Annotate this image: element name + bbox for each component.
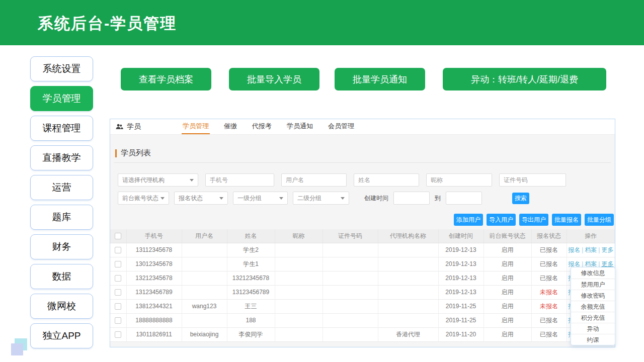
table-head: 手机号用户名姓名昵称证件号码代理机构名称创建时间前台账号状态报名状态操作 — [110, 229, 615, 243]
row-action-signup[interactable]: 报名 — [568, 260, 580, 267]
name-filter-input[interactable] — [354, 173, 419, 187]
row-action-archive[interactable]: 档案 — [585, 246, 597, 253]
tab[interactable]: 会员管理 — [327, 119, 355, 134]
table-row: 13012345678学生12019-12-13启用已报名报名|档案|更多 — [110, 257, 615, 271]
menu-item[interactable]: 修改密码 — [571, 290, 615, 301]
cell-phone: 13012345678 — [126, 257, 182, 271]
column-header: 前台账号状态 — [484, 229, 531, 243]
menu-item[interactable]: 余额充值 — [571, 301, 615, 312]
group2-select[interactable]: 二级分组 — [293, 192, 349, 205]
cell-created: 2019-12-13 — [438, 257, 484, 271]
agency-select[interactable]: 请选择代理机构 — [118, 173, 198, 187]
batch-button[interactable]: 导入用户 — [487, 214, 516, 226]
chevron-down-icon — [190, 179, 194, 182]
batch-buttons: 添加用户导入用户导出用户批量报名批量分组 — [110, 214, 615, 226]
cell-account_status: 启用 — [484, 299, 531, 313]
cell-created: 2019-11-25 — [438, 299, 484, 313]
menu-item[interactable]: 积分充值 — [571, 312, 615, 323]
row-checkbox[interactable] — [115, 261, 121, 267]
username-filter-input[interactable] — [281, 173, 347, 187]
checkbox-cell — [110, 327, 126, 341]
chevron-down-icon — [160, 197, 165, 200]
checkbox-cell — [110, 313, 126, 327]
cell-nickname — [275, 313, 323, 327]
select-all-checkbox[interactable] — [115, 233, 121, 239]
table-row: 13812344321wang123王三2019-11-25启用未报名报名|档案… — [110, 299, 615, 313]
batch-button[interactable]: 批量分组 — [585, 214, 614, 226]
sidebar-item[interactable]: 独立APP — [30, 323, 93, 348]
quick-action-button[interactable]: 查看学员档案 — [121, 68, 211, 90]
students-icon — [116, 124, 123, 130]
created-to-input[interactable] — [446, 192, 482, 205]
group1-select[interactable]: 一级分组 — [233, 192, 288, 205]
sidebar-item[interactable]: 运营 — [30, 175, 93, 200]
cell-id_number — [323, 257, 378, 271]
cell-agency — [378, 271, 438, 285]
row-checkbox[interactable] — [115, 289, 121, 296]
menu-item[interactable]: 修改信息 — [571, 267, 615, 279]
cell-username: beixiaojing — [182, 327, 227, 341]
tabs: 学员管理催缴代报考学员通知会员管理 — [182, 119, 355, 134]
row-action-more[interactable]: 更多 — [601, 260, 613, 267]
cell-agency — [378, 313, 438, 327]
id-filter-input[interactable] — [499, 173, 566, 187]
row-action-archive[interactable]: 档案 — [585, 260, 597, 267]
row-checkbox[interactable] — [115, 331, 121, 338]
cell-phone: 13812344321 — [126, 299, 182, 313]
student-table: 手机号用户名姓名昵称证件号码代理机构名称创建时间前台账号状态报名状态操作 131… — [110, 229, 615, 342]
page-title: 系统后台-学员管理 — [38, 13, 177, 34]
chevron-down-icon — [341, 197, 345, 200]
row-action-signup[interactable]: 报名 — [568, 246, 580, 253]
table-body: 13112345678学生22019-12-13启用已报名报名|档案|更多130… — [110, 243, 615, 341]
quick-action-button[interactable]: 批量学员通知 — [335, 68, 425, 90]
nickname-filter-input[interactable] — [426, 173, 492, 187]
cell-phone: 13011826911 — [126, 327, 182, 341]
account-status-select[interactable]: 前台账号状态 — [118, 192, 169, 205]
cell-nickname — [275, 299, 323, 313]
batch-button[interactable]: 导出用户 — [519, 214, 548, 226]
row-checkbox[interactable] — [115, 303, 121, 310]
cell-nickname — [275, 243, 323, 257]
phone-filter-input[interactable] — [205, 173, 274, 187]
filter-row-1: 请选择代理机构 — [118, 173, 615, 187]
quick-action-button[interactable]: 批量导入学员 — [229, 68, 319, 90]
menu-item[interactable]: 约课 — [571, 334, 615, 345]
menu-item[interactable]: 异动 — [571, 323, 615, 334]
checkbox-cell — [110, 257, 126, 271]
sidebar-item[interactable]: 题库 — [30, 205, 93, 230]
cell-account_status: 启用 — [484, 243, 531, 257]
created-from-input[interactable] — [393, 192, 430, 205]
sidebar-item[interactable]: 学员管理 — [30, 86, 93, 111]
sidebar-item[interactable]: 数据 — [30, 264, 93, 289]
orange-bar — [115, 149, 117, 157]
row-action-more[interactable]: 更多 — [601, 246, 613, 253]
cell-agency — [378, 285, 438, 299]
cell-phone: 13123456789 — [126, 285, 182, 299]
sidebar-item[interactable]: 财务 — [30, 234, 93, 259]
cell-username — [182, 271, 227, 285]
sidebar-item[interactable]: 系统设置 — [30, 56, 93, 81]
cell-operations: 报名|档案|更多 — [567, 243, 615, 257]
cell-agency — [378, 299, 438, 313]
screen: 系统后台-学员管理 系统设置学员管理课程管理直播教学运营题库财务数据微网校独立A… — [0, 0, 644, 362]
menu-item[interactable]: 禁用用户 — [571, 279, 615, 290]
column-header: 创建时间 — [438, 229, 484, 243]
tab[interactable]: 学员管理 — [182, 119, 210, 134]
quick-action-button[interactable]: 异动：转班/转人/延期/退费 — [443, 68, 606, 90]
tab[interactable]: 学员通知 — [286, 119, 314, 134]
sidebar-item[interactable]: 直播教学 — [30, 145, 93, 170]
batch-button[interactable]: 添加用户 — [454, 214, 483, 226]
module-text: 学员 — [127, 122, 141, 131]
signup-status-select[interactable]: 报名状态 — [174, 192, 228, 205]
batch-button[interactable]: 批量报名 — [552, 214, 581, 226]
sidebar-item[interactable]: 课程管理 — [30, 116, 93, 141]
tab[interactable]: 代报考 — [251, 119, 273, 134]
row-checkbox[interactable] — [115, 317, 121, 324]
search-button[interactable]: 搜索 — [512, 193, 529, 204]
row-checkbox[interactable] — [115, 247, 121, 253]
checkbox-cell — [110, 243, 126, 257]
sidebar-item[interactable]: 微网校 — [30, 294, 93, 319]
tab[interactable]: 催缴 — [223, 119, 238, 134]
row-checkbox[interactable] — [115, 275, 121, 282]
table-header-row: 手机号用户名姓名昵称证件号码代理机构名称创建时间前台账号状态报名状态操作 — [110, 229, 615, 243]
